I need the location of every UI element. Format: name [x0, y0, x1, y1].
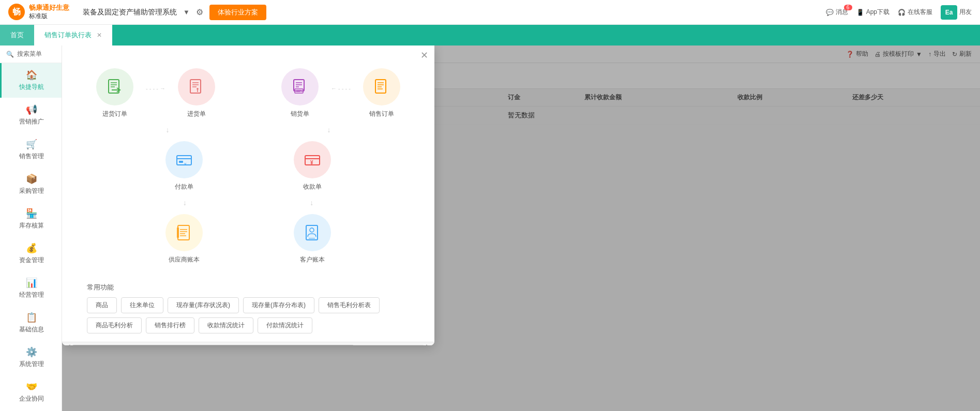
- sidebar: 🔍 搜索菜单 🏠 快捷导航 📢 营销推广 🛒 销售管理 📦 采购管理 🏪 库存核…: [0, 45, 62, 411]
- user-avatar: Ea: [941, 5, 957, 20]
- purchase-order-circle: [96, 68, 133, 105]
- flow-node-supplier-ledger[interactable]: 供应商账本: [159, 208, 209, 270]
- flow-node-purchase-order[interactable]: 进货订单: [90, 62, 140, 125]
- scroll-right-btn[interactable]: ▶: [426, 343, 430, 345]
- svg-rect-31: [177, 227, 179, 238]
- quick-nav-icon: 🏠: [26, 69, 37, 81]
- top-header: 畅 畅康通好生意 标准版 装备及固定资产辅助管理系统 ▼ ⚙ 体验行业方案 💬 …: [0, 0, 980, 25]
- system-title: 装备及固定资产辅助管理系统: [83, 8, 177, 17]
- overlay-panel: ✕: [62, 45, 980, 411]
- experience-btn[interactable]: 体验行业方案: [209, 5, 266, 20]
- sales-order-circle: [363, 68, 400, 105]
- main-layout: 🔍 搜索菜单 🏠 快捷导航 📢 营销推广 🛒 销售管理 📦 采购管理 🏪 库存核…: [0, 45, 980, 411]
- sidebar-item-basic-info[interactable]: 📋 基础信息: [0, 306, 62, 340]
- basic-info-icon: 📋: [26, 312, 37, 323]
- freq-btn-payment-stat[interactable]: 付款情况统计: [258, 317, 312, 333]
- scroll-left-btn[interactable]: ◀: [66, 343, 70, 345]
- header-center: 装备及固定资产辅助管理系统 ▼ ⚙ 体验行业方案: [70, 5, 826, 20]
- system-dropdown-btn[interactable]: ▼: [183, 8, 190, 16]
- receipt-circle: ¥: [294, 141, 331, 178]
- finance-icon: 💰: [26, 242, 37, 254]
- freq-btn-contacts[interactable]: 往来单位: [121, 297, 163, 313]
- sidebar-item-marketing[interactable]: 📢 营销推广: [0, 98, 62, 132]
- sidebar-item-purchase[interactable]: 📦 采购管理: [0, 167, 62, 202]
- sales-tab-label: 销售订单执行表: [44, 31, 92, 40]
- tab-sales-order-exec[interactable]: 销售订单执行表 ✕: [34, 25, 112, 45]
- scroll-track[interactable]: [72, 345, 424, 346]
- sidebar-item-finance[interactable]: 💰 资金管理: [0, 236, 62, 271]
- service-icon: 🎧: [898, 9, 906, 16]
- app-download-btn[interactable]: 📱 App下载: [856, 8, 889, 17]
- sidebar-item-inventory[interactable]: 🏪 库存核算: [0, 202, 62, 236]
- flow-node-sales-order[interactable]: 销售订单: [357, 62, 406, 125]
- down-arrows-row2: ↓ ↓: [87, 197, 410, 208]
- freq-btn-sales-profit[interactable]: 销售毛利分析表: [319, 297, 380, 313]
- freq-btn-stock-dist[interactable]: 现存量(库存分布表): [243, 297, 314, 313]
- sidebar-item-sales[interactable]: 🛒 销售管理: [0, 132, 62, 167]
- frequent-title: 常用功能: [87, 283, 410, 292]
- flow-node-purchase-bill[interactable]: 进货单: [172, 62, 221, 125]
- down-arrow-supplier: ↓: [164, 199, 205, 207]
- operations-icon: 📊: [26, 277, 37, 288]
- freq-btn-goods-profit[interactable]: 商品毛利分析: [87, 317, 142, 333]
- enterprise-icon: 🤝: [26, 381, 37, 392]
- purchase-icon: 📦: [26, 173, 37, 185]
- svg-rect-36: [306, 225, 318, 240]
- scroll-thumb: [72, 345, 354, 346]
- modal-close-btn[interactable]: ✕: [420, 50, 428, 61]
- user-menu-btn[interactable]: Ea 用友: [941, 5, 972, 20]
- arrow-h1: - - - - →: [146, 85, 165, 102]
- message-btn[interactable]: 💬 消息 6: [826, 8, 848, 17]
- home-tab-label: 首页: [10, 31, 24, 40]
- sales-icon: 🛒: [26, 139, 37, 150]
- tab-close-btn[interactable]: ✕: [97, 32, 102, 39]
- logo-area: 畅 畅康通好生意 标准版: [8, 4, 70, 20]
- flow-row1: 进货订单 - - - - →: [87, 62, 410, 125]
- flow-diagram: 进货订单 - - - - →: [87, 62, 410, 270]
- online-service-btn[interactable]: 🎧 在线客服: [898, 8, 932, 17]
- freq-btn-receipt-stat[interactable]: 收款情况统计: [199, 317, 253, 333]
- customer-ledger-circle: [294, 214, 331, 251]
- logo-text: 畅康通好生意 标准版: [29, 4, 69, 20]
- svg-rect-25: [179, 161, 183, 163]
- search-icon: 🔍: [6, 51, 14, 58]
- modal-scrollbar: ◀ ▶: [62, 342, 434, 345]
- down-arrow-customer: ↓: [291, 199, 333, 207]
- sidebar-item-enterprise[interactable]: 🤝 企业协同: [0, 375, 62, 409]
- system-icon: ⚙️: [26, 346, 37, 358]
- svg-text:¥: ¥: [310, 160, 313, 165]
- content-area: ❓ 帮助 🖨 按模板打印 ▼ ↑ 导出 ↻ 刷新: [62, 45, 980, 411]
- payment-circle: ¥: [165, 141, 203, 178]
- flow-node-customer-ledger[interactable]: 客户账本: [288, 208, 337, 270]
- sidebar-item-operations[interactable]: 📊 经营管理: [0, 271, 62, 306]
- sidebar-item-system[interactable]: ⚙️ 系统管理: [0, 340, 62, 375]
- inventory-icon: 🏪: [26, 208, 37, 219]
- arrow-h2: ← - - - -: [331, 85, 351, 102]
- freq-btn-stock-status[interactable]: 现存量(库存状况表): [168, 297, 239, 313]
- down-arrow-payment: ↓: [147, 126, 188, 134]
- sales-bill-circle: [281, 68, 319, 105]
- sidebar-search[interactable]: 🔍 搜索菜单: [0, 45, 62, 63]
- freq-btn-sales-rank[interactable]: 销售排行榜: [146, 317, 194, 333]
- download-icon: 📱: [856, 9, 864, 16]
- frequent-section: 常用功能 商品 往来单位 现存量(库存状况表) 现存量(库存分布表) 销售毛利分…: [62, 283, 434, 342]
- flow-node-sales-bill[interactable]: 销货单: [275, 62, 325, 125]
- tab-home[interactable]: 首页: [0, 25, 34, 45]
- header-right: 💬 消息 6 📱 App下载 🎧 在线客服 Ea 用友: [826, 5, 972, 20]
- sidebar-item-quick-nav[interactable]: 🏠 快捷导航: [0, 63, 62, 98]
- svg-rect-30: [178, 225, 189, 240]
- gear-btn[interactable]: ⚙: [196, 7, 203, 17]
- svg-point-37: [310, 228, 314, 232]
- purchase-bill-circle: [178, 68, 215, 105]
- down-arrow-receipt: ↓: [308, 126, 350, 134]
- flow-node-receipt[interactable]: ¥ 收款单: [288, 135, 337, 197]
- modal-content: 进货订单 - - - - →: [62, 45, 434, 283]
- down-arrows-row1: ↓ ↓: [87, 125, 410, 135]
- supplier-ledger-circle: [165, 214, 203, 251]
- frequent-btns: 商品 往来单位 现存量(库存状况表) 现存量(库存分布表) 销售毛利分析表 商品…: [87, 297, 410, 333]
- marketing-icon: 📢: [26, 104, 37, 115]
- freq-btn-goods[interactable]: 商品: [87, 297, 117, 313]
- flow-node-payment[interactable]: ¥ 付款单: [159, 135, 209, 197]
- tab-bar: 首页 销售订单执行表 ✕: [0, 25, 980, 45]
- svg-text:¥: ¥: [184, 162, 187, 166]
